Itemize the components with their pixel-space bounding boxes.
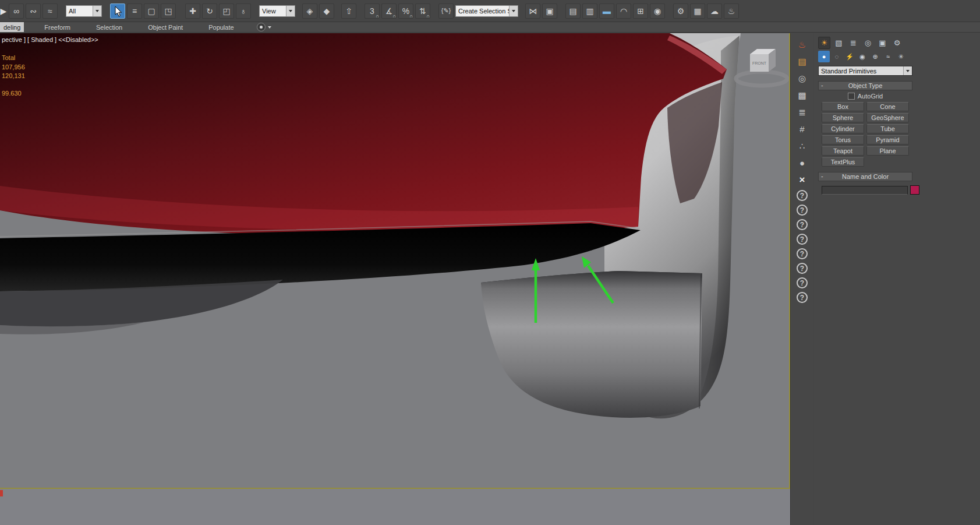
percent-snap-icon[interactable]: % ∩ [398, 3, 413, 19]
mouse-cursor-icon [115, 6, 123, 17]
autogrid-label: AutoGrid [858, 93, 883, 100]
schematic-view-icon[interactable]: ⊞ [633, 3, 648, 19]
sphere-button[interactable]: Sphere [822, 113, 864, 122]
ribbon-tab-freeform[interactable]: Freeform [39, 22, 76, 32]
checker-icon[interactable]: ▩ [795, 89, 809, 102]
selection-filter-dropdown[interactable]: All [66, 5, 102, 17]
magnet-icon: ∩ [426, 13, 430, 19]
sphere-icon[interactable]: ● [795, 156, 809, 170]
category-space-warps[interactable]: ≈ [882, 51, 894, 62]
select-and-scale-icon[interactable]: ◰ [219, 3, 234, 19]
object-name-field[interactable] [822, 186, 908, 195]
toggle-scene-explorer-icon[interactable]: ▤ [565, 3, 581, 19]
layers-icon[interactable]: ≣ [795, 105, 809, 119]
container-icon[interactable]: ▤ [795, 55, 809, 68]
ribbon-tab-populate[interactable]: Populate [203, 22, 239, 32]
keyboard-shortcut-override-icon[interactable]: ⇧ [341, 3, 356, 19]
reference-coordinate-system-dropdown[interactable]: View [259, 5, 295, 17]
teapot-button[interactable]: Teapot [822, 146, 864, 156]
use-pivot-point-center-icon[interactable]: ◈ [302, 3, 317, 19]
select-and-place-icon[interactable]: ♁ [236, 3, 251, 19]
select-by-name-icon[interactable]: ≡ [127, 3, 142, 19]
help-icon[interactable]: ? [797, 219, 808, 230]
object-type-rollout-header[interactable]: - Object Type [818, 81, 912, 90]
ribbon-tab-selection[interactable]: Selection [91, 22, 128, 32]
rollout-title: Name and Color [819, 173, 912, 180]
tab-create[interactable]: ☀ [818, 37, 830, 49]
category-cameras[interactable]: ◉ [857, 51, 868, 62]
tab-motion[interactable]: ◎ [862, 37, 874, 49]
render-production-icon[interactable]: ♨ [724, 3, 739, 19]
main-toolbar: ▶ ∞ ∾ ≈ All ↖ ≡ ▢ ◳ ✚ ↻ ◰ ♁ View ◈ ◆ ⇧ 3… [0, 0, 980, 22]
toggle-ribbon-icon[interactable]: ▬ [599, 3, 614, 19]
render-setup-icon[interactable]: ⚙ [673, 3, 688, 19]
bind-to-space-warp-icon[interactable]: ≈ [43, 3, 58, 19]
edit-named-selection-sets-icon[interactable]: {✎} [438, 3, 454, 19]
dropdown-caret-icon [93, 6, 101, 16]
toggle-layer-explorer-icon[interactable]: ▥ [582, 3, 597, 19]
category-shapes[interactable]: ◌ [831, 51, 843, 62]
rectangular-selection-region-icon[interactable]: ▢ [144, 3, 159, 19]
help-icon[interactable]: ? [797, 205, 808, 216]
select-and-manipulate-icon[interactable]: ◆ [319, 3, 334, 19]
close-icon[interactable]: × [795, 173, 809, 186]
plane-button[interactable]: Plane [866, 146, 909, 156]
tab-hierarchy[interactable]: ≣ [847, 37, 859, 49]
ribbon-tab-object-paint[interactable]: Object Paint [143, 22, 188, 32]
pyramid-button[interactable]: Pyramid [866, 135, 909, 145]
tab-display[interactable]: ▣ [876, 37, 889, 49]
help-icon[interactable]: ? [797, 292, 808, 303]
render-teapot-icon[interactable]: ♨ [795, 38, 809, 51]
ribbon-display-toggle[interactable] [257, 22, 271, 32]
category-geometry[interactable]: ● [818, 51, 830, 62]
spinner-snap-icon[interactable]: ⇅ ∩ [415, 3, 430, 19]
help-icon[interactable]: ? [797, 277, 808, 288]
magnet-icon: ∩ [376, 13, 379, 19]
cropped-arrow-icon[interactable]: ▶ [0, 3, 7, 19]
unlink-selection-icon[interactable]: ∾ [26, 3, 41, 19]
stats-header: Total [2, 54, 25, 63]
torus-button[interactable]: Torus [822, 135, 864, 145]
dots-icon[interactable]: ∴ [795, 139, 809, 153]
primitives-dropdown[interactable]: Standard Primitives [818, 66, 912, 76]
geosphere-button[interactable]: GeoSphere [866, 113, 909, 122]
tab-modify[interactable]: ▧ [833, 37, 845, 49]
lower-viewport-strip[interactable] [0, 489, 790, 525]
viewport-3d-scene[interactable]: FRONT [0, 33, 789, 488]
ribbon-toggle-icon [257, 23, 266, 31]
gizmo-icon[interactable]: ◎ [795, 72, 809, 85]
viewport-label[interactable]: pective ] [ Shaded ] <<Disabled>> [2, 36, 98, 43]
tube-button[interactable]: Tube [866, 124, 909, 133]
align-icon[interactable]: ▣ [542, 3, 557, 19]
cloud-render-icon[interactable]: ☁ [707, 3, 722, 19]
angle-snap-icon[interactable]: ∡ ∩ [381, 3, 397, 19]
help-icon[interactable]: ? [797, 248, 808, 259]
select-and-move-icon[interactable]: ✚ [185, 3, 200, 19]
cylinder-button[interactable]: Cylinder [822, 124, 864, 133]
select-and-rotate-icon[interactable]: ↻ [202, 3, 217, 19]
help-icon[interactable]: ? [797, 190, 808, 201]
perspective-viewport[interactable]: FRONT pective ] [ Shaded ] <<Disabled>> … [0, 33, 790, 489]
ribbon-tab-modeling[interactable]: deling [0, 22, 24, 32]
category-helpers[interactable]: ⊕ [869, 51, 881, 62]
category-systems[interactable]: ✳ [895, 51, 907, 62]
tab-utilities[interactable]: ⚙ [891, 37, 903, 49]
textplus-button[interactable]: TextPlus [822, 157, 864, 167]
rendered-frame-window-icon[interactable]: ▦ [690, 3, 705, 19]
category-lights[interactable]: ⚡ [844, 51, 855, 62]
autogrid-checkbox[interactable] [848, 93, 855, 100]
select-and-link-icon[interactable]: ∞ [9, 3, 24, 19]
curve-editor-icon[interactable]: ◠ [616, 3, 631, 19]
help-icon[interactable]: ? [797, 263, 808, 274]
grid-icon[interactable]: # [795, 122, 809, 136]
snaps-toggle-icon[interactable]: 3 ∩ [365, 3, 380, 19]
named-selection-sets-combo[interactable]: Create Selection Se [455, 5, 518, 17]
cone-button[interactable]: Cone [866, 102, 909, 111]
box-button[interactable]: Box [822, 102, 864, 111]
help-icon[interactable]: ? [797, 234, 808, 245]
name-and-color-rollout-header[interactable]: - Name and Color [818, 172, 912, 181]
material-editor-icon[interactable]: ◉ [650, 3, 665, 19]
object-color-swatch[interactable] [910, 185, 919, 195]
mirror-icon[interactable]: ⋈ [525, 3, 540, 19]
window-crossing-icon[interactable]: ◳ [161, 3, 176, 19]
